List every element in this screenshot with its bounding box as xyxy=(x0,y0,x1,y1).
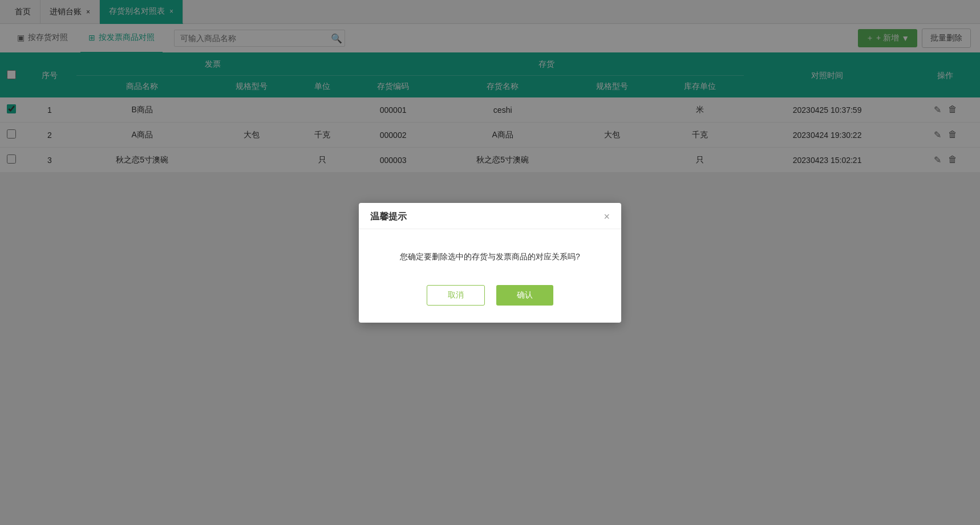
confirm-dialog: 温馨提示 × 您确定要删除选中的存货与发票商品的对应关系吗? 取消 确认 xyxy=(359,203,621,323)
dialog-confirm-button[interactable]: 确认 xyxy=(496,285,553,306)
dialog-overlay: 温馨提示 × 您确定要删除选中的存货与发票商品的对应关系吗? 取消 确认 xyxy=(0,0,980,525)
dialog-title: 温馨提示 xyxy=(370,211,407,223)
dialog-body: 您确定要删除选中的存货与发票商品的对应关系吗? xyxy=(359,229,621,279)
dialog-message: 您确定要删除选中的存货与发票商品的对应关系吗? xyxy=(400,252,580,261)
dialog-footer: 取消 确认 xyxy=(359,279,621,323)
dialog-header: 温馨提示 × xyxy=(359,203,621,229)
dialog-cancel-button[interactable]: 取消 xyxy=(427,285,485,306)
dialog-close-button[interactable]: × xyxy=(604,211,610,222)
